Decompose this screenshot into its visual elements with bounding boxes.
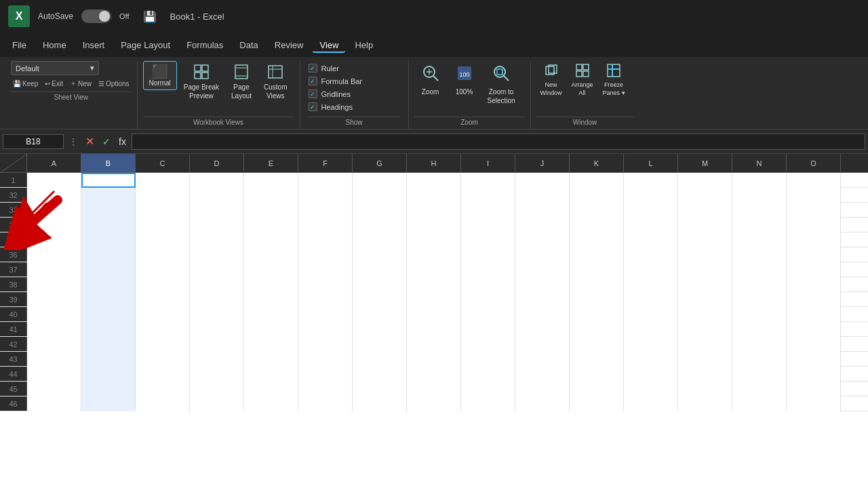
- col-header-J[interactable]: J: [515, 154, 570, 172]
- main-content: A B C D E F G H I J K L M N O: [0, 154, 868, 488]
- formula-bar-checkbox-item[interactable]: ✓ Formula Bar: [309, 77, 400, 85]
- cell-N32[interactable]: [732, 188, 787, 203]
- col-header-B[interactable]: B: [81, 154, 136, 172]
- cell-L1[interactable]: [624, 173, 678, 188]
- cell-M1[interactable]: [678, 173, 732, 188]
- menu-insert[interactable]: Insert: [76, 37, 112, 53]
- cell-A1[interactable]: [27, 173, 81, 188]
- custom-views-button[interactable]: Custom Custom Views Views: [258, 61, 292, 102]
- cell-C1[interactable]: [136, 173, 190, 188]
- cell-H32[interactable]: [407, 188, 461, 203]
- svg-rect-25: [583, 71, 589, 77]
- cell-I1[interactable]: [461, 173, 515, 188]
- col-header-E[interactable]: E: [244, 154, 298, 172]
- cell-J32[interactable]: [515, 188, 570, 203]
- gridlines-checkbox-item[interactable]: ✓ Gridlines: [309, 89, 400, 98]
- cell-F32[interactable]: [298, 188, 353, 203]
- cell-D1[interactable]: [190, 173, 244, 188]
- cell-C32[interactable]: [136, 188, 190, 203]
- save-icon[interactable]: 💾: [143, 10, 157, 23]
- row-num-41: 41: [0, 322, 27, 336]
- cell-G1[interactable]: [353, 173, 407, 188]
- cell-J1[interactable]: [515, 173, 570, 188]
- formula-bar-checkbox[interactable]: ✓: [309, 77, 317, 85]
- formula-dots[interactable]: ⋮: [66, 136, 80, 147]
- col-header-N[interactable]: N: [732, 154, 787, 172]
- cell-O1[interactable]: [787, 173, 841, 188]
- cell-O32[interactable]: [787, 188, 841, 203]
- ruler-checkbox-item[interactable]: ✓ Ruler: [309, 64, 400, 73]
- arrange-all-button[interactable]: Arrange All: [568, 61, 597, 99]
- sheet-view-new[interactable]: ＋ New: [68, 78, 94, 89]
- menu-help[interactable]: Help: [348, 37, 380, 53]
- zoom-100-button[interactable]: 100 100%: [448, 61, 481, 98]
- cell-B32[interactable]: [81, 188, 136, 203]
- table-row: 33: [0, 203, 868, 218]
- cell-L32[interactable]: [624, 188, 678, 203]
- cell-E1[interactable]: [244, 173, 298, 188]
- zoom-to-selection-button[interactable]: Zoom to Selection: [482, 61, 521, 107]
- svg-line-29: [0, 154, 27, 173]
- menu-review[interactable]: Review: [268, 37, 311, 53]
- headings-checkbox-item[interactable]: ✓ Headings: [309, 102, 400, 111]
- cell-A32[interactable]: [27, 188, 81, 203]
- svg-rect-18: [497, 69, 502, 75]
- page-break-preview-button[interactable]: Page Break Page Break Preview Preview: [178, 61, 224, 102]
- menu-data[interactable]: Data: [233, 37, 264, 53]
- col-header-A[interactable]: A: [27, 154, 81, 172]
- svg-rect-26: [608, 64, 620, 77]
- autosave-toggle[interactable]: [81, 9, 111, 23]
- menu-formulas[interactable]: Formulas: [180, 37, 230, 53]
- zoom-button[interactable]: Zoom: [414, 61, 447, 98]
- cell-H1[interactable]: [407, 173, 461, 188]
- menu-page-layout[interactable]: Page Layout: [114, 37, 177, 53]
- show-group-label: Show: [309, 117, 400, 126]
- col-header-C[interactable]: C: [136, 154, 190, 172]
- cell-F1[interactable]: [298, 173, 353, 188]
- col-header-H[interactable]: H: [407, 154, 461, 172]
- gridlines-checkbox[interactable]: ✓: [309, 89, 317, 98]
- formula-cancel-button[interactable]: ✕: [83, 135, 97, 148]
- cell-K1[interactable]: [570, 173, 624, 188]
- menu-view[interactable]: View: [313, 37, 345, 53]
- cell-D32[interactable]: [190, 188, 244, 203]
- formula-input[interactable]: [132, 134, 865, 150]
- menu-home[interactable]: Home: [36, 37, 73, 53]
- table-row: 36: [0, 247, 868, 262]
- col-header-F[interactable]: F: [298, 154, 353, 172]
- show-items: ✓ Ruler ✓ Formula Bar ✓ Gridlines ✓ Head…: [309, 61, 400, 111]
- col-header-M[interactable]: M: [678, 154, 732, 172]
- ruler-checkbox[interactable]: ✓: [309, 64, 317, 73]
- cell-I32[interactable]: [461, 188, 515, 203]
- sheet-view-dropdown[interactable]: Default ▾: [11, 61, 99, 75]
- headings-checkbox[interactable]: ✓: [309, 102, 317, 111]
- sheet-view-exit[interactable]: ↩ Exit: [43, 78, 65, 89]
- cell-G32[interactable]: [353, 188, 407, 203]
- col-header-D[interactable]: D: [190, 154, 244, 172]
- page-layout-button[interactable]: Page Layout: [226, 61, 257, 102]
- row-num-38: 38: [0, 277, 27, 291]
- formula-confirm-button[interactable]: ✓: [100, 136, 113, 147]
- row-num-44: 44: [0, 367, 27, 381]
- col-header-K[interactable]: K: [570, 154, 624, 172]
- cell-M32[interactable]: [678, 188, 732, 203]
- cell-B1[interactable]: [81, 173, 136, 188]
- new-window-button[interactable]: New Window: [536, 61, 566, 99]
- formula-fx-button[interactable]: fx: [116, 136, 129, 147]
- corner-cell[interactable]: [0, 154, 27, 172]
- col-header-L[interactable]: L: [624, 154, 678, 172]
- normal-view-button[interactable]: ⬛ Normal: [143, 61, 177, 90]
- sheet-view-options[interactable]: ☰ Options: [96, 78, 131, 89]
- freeze-panes-button[interactable]: Freeze Panes ▾: [599, 61, 629, 99]
- col-header-I[interactable]: I: [461, 154, 515, 172]
- cell-E32[interactable]: [244, 188, 298, 203]
- autosave-knob: [99, 11, 110, 22]
- cell-N1[interactable]: [732, 173, 787, 188]
- name-box[interactable]: B18: [3, 134, 64, 149]
- sheet-view-keep[interactable]: 💾 Keep: [11, 78, 40, 89]
- zoom-icon: [421, 64, 440, 87]
- menu-file[interactable]: File: [5, 37, 33, 53]
- col-header-O[interactable]: O: [787, 154, 841, 172]
- cell-K32[interactable]: [570, 188, 624, 203]
- col-header-G[interactable]: G: [353, 154, 407, 172]
